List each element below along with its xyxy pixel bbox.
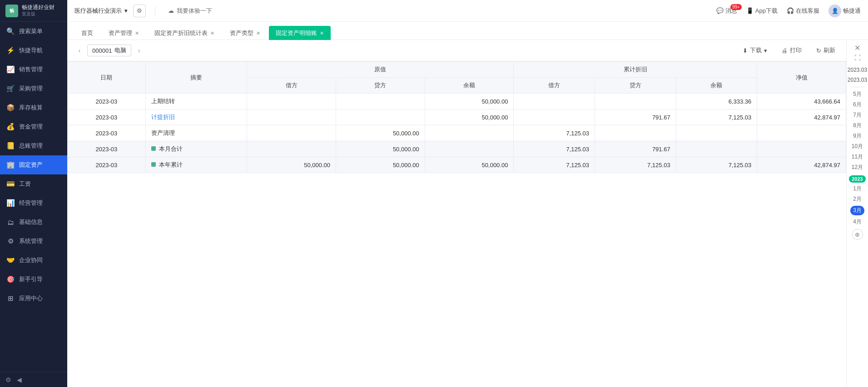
cell-acc-debit xyxy=(514,109,595,125)
sidebar-item-salary[interactable]: 💳 工资 xyxy=(0,174,67,194)
sidebar-item-ledger[interactable]: 📒 总账管理 xyxy=(0,136,67,155)
sidebar-item-apps[interactable]: ⊞ 应用中心 xyxy=(0,289,67,308)
green-dot-icon xyxy=(151,146,156,151)
tab-label: 固定资产明细账 xyxy=(276,29,317,37)
table-row: 2023-03 资产清理 50,000.00 7,125.03 xyxy=(68,125,846,141)
print-button[interactable]: 🖨 打印 xyxy=(778,45,805,56)
page-content: ‹ 000001 电脑 › ⬇ 下载 ▾ 🖨 打印 xyxy=(67,40,846,387)
panel-nav-down[interactable]: ⊕ xyxy=(852,229,863,240)
user-button[interactable]: 👤 畅捷通 xyxy=(828,5,861,17)
panel-close-button[interactable]: ✕ xyxy=(854,44,860,52)
close-icon[interactable]: ✕ xyxy=(210,30,214,36)
cell-acc-credit: 791.67 xyxy=(595,109,676,125)
tab-asset[interactable]: 资产管理 ✕ xyxy=(102,26,146,40)
panel-month-4[interactable]: 4月 xyxy=(853,218,862,226)
close-icon[interactable]: ✕ xyxy=(320,30,324,36)
panel-year-group: 5月 6月 7月 8月 9月 10月 11月 12月 2023 1月 2月 3月… xyxy=(847,89,868,227)
cell-balance: 50,000.00 xyxy=(425,109,514,125)
service-button[interactable]: 🎧 在线客服 xyxy=(787,7,819,15)
print-label: 打印 xyxy=(790,46,802,55)
cell-credit xyxy=(336,94,425,109)
company-selector[interactable]: 医疗器械行业演示 ▾ xyxy=(74,7,128,15)
asset-navigator: ‹ 000001 电脑 › xyxy=(74,45,144,56)
sidebar-item-fixed[interactable]: 🏢 固定资产 xyxy=(0,155,67,174)
cell-acc-balance xyxy=(676,141,757,157)
headset-icon: 🎧 xyxy=(787,7,794,14)
asset-info: 000001 电脑 xyxy=(87,45,131,56)
sidebar-item-sales[interactable]: 📈 销售管理 xyxy=(0,60,67,79)
cell-summary: 本月合计 xyxy=(145,141,247,157)
sidebar-item-search[interactable]: 🔍 搜索菜单 xyxy=(0,22,67,41)
sidebar-item-system[interactable]: ⚙ 系统管理 xyxy=(0,232,67,251)
sidebar-item-label: 总账管理 xyxy=(19,142,43,150)
panel-month-11[interactable]: 11月 xyxy=(852,153,863,161)
panel-month-6[interactable]: 6月 xyxy=(853,101,862,109)
cell-balance xyxy=(425,141,514,157)
panel-month-9[interactable]: 9月 xyxy=(853,132,862,140)
content-area: ‹ 000001 电脑 › ⬇ 下载 ▾ 🖨 打印 xyxy=(67,40,868,387)
refresh-button[interactable]: ↻ 刷新 xyxy=(813,45,839,56)
sidebar-item-operation[interactable]: 📊 经营管理 xyxy=(0,194,67,213)
message-button[interactable]: 💬 消息 99+ xyxy=(716,7,737,15)
cell-net xyxy=(757,125,846,141)
close-icon[interactable]: ✕ xyxy=(256,30,260,36)
panel-expand-button[interactable]: ⛶ xyxy=(854,54,861,61)
cell-balance: 50,000.00 xyxy=(425,94,514,109)
apps-icon: ⊞ xyxy=(5,293,15,303)
topbar: 医疗器械行业演示 ▾ ⚙ ☁ 我要体验一下 💬 消息 99+ 📱 App下载 🎧… xyxy=(67,0,868,22)
app-download-button[interactable]: 📱 App下载 xyxy=(746,7,778,15)
panel-month-2[interactable]: 2月 xyxy=(853,195,862,203)
topbar-settings-button[interactable]: ⚙ xyxy=(133,5,146,17)
tab-assettype[interactable]: 资产类型 ✕ xyxy=(223,26,267,40)
col-summary-header: 摘要 xyxy=(145,62,247,94)
user-name: 畅捷通 xyxy=(843,7,861,15)
sidebar-item-label: 经营管理 xyxy=(19,199,43,207)
app-logo: 畅 畅捷通好业财 普及版 xyxy=(0,0,67,22)
table-row-subtotal: 2023-03 本月合计 50,000.00 7,125.03 791.67 xyxy=(68,141,846,157)
panel-year-label2: 2023.03 xyxy=(848,77,867,83)
sidebar-item-capital[interactable]: 💰 资金管理 xyxy=(0,117,67,136)
prev-asset-button[interactable]: ‹ xyxy=(74,45,84,55)
cell-net: 42,874.97 xyxy=(757,109,846,125)
cart-icon: 🛒 xyxy=(5,84,15,94)
sidebar-item-inventory[interactable]: 📦 库存核算 xyxy=(0,98,67,117)
tab-home[interactable]: 首页 xyxy=(74,26,100,40)
sidebar-item-purchase[interactable]: 🛒 采购管理 xyxy=(0,79,67,98)
sidebar-item-basic[interactable]: 🗂 基础信息 xyxy=(0,213,67,232)
sidebar-item-guide[interactable]: 🎯 新手引导 xyxy=(0,270,67,289)
panel-month-7[interactable]: 7月 xyxy=(853,111,862,119)
gear-icon: ⚙ xyxy=(5,236,15,246)
collapse-button[interactable]: ◀ xyxy=(17,376,22,383)
sidebar-item-label: 系统管理 xyxy=(19,237,43,245)
col-date-header: 日期 xyxy=(68,62,146,94)
summary-link[interactable]: 计提折旧 xyxy=(151,114,175,120)
panel-month-5[interactable]: 5月 xyxy=(853,90,862,98)
experience-button[interactable]: ☁ 我要体验一下 xyxy=(168,7,212,15)
sidebar-item-coop[interactable]: 🤝 企业协同 xyxy=(0,251,67,270)
sidebar-item-quicknav[interactable]: ⚡ 快捷导航 xyxy=(0,41,67,60)
tabs-bar: 首页 资产管理 ✕ 固定资产折旧统计表 ✕ 资产类型 ✕ 固定资产明细账 ✕ xyxy=(67,22,868,40)
cell-acc-debit: 7,125.03 xyxy=(514,125,595,141)
download-button[interactable]: ⬇ 下载 ▾ xyxy=(739,45,771,56)
panel-month-3[interactable]: 3月 xyxy=(850,206,864,215)
panel-year-2023: 2023 xyxy=(849,175,865,183)
panel-month-12[interactable]: 12月 xyxy=(852,164,863,171)
panel-month-1[interactable]: 1月 xyxy=(853,185,862,193)
panel-divider xyxy=(851,87,864,87)
next-asset-button[interactable]: › xyxy=(134,45,144,55)
sidebar-item-label: 库存核算 xyxy=(19,104,43,112)
message-badge: 99+ xyxy=(730,4,742,10)
panel-month-10[interactable]: 10月 xyxy=(852,143,863,150)
summary-text: 本年累计 xyxy=(159,161,183,168)
panel-month-8[interactable]: 8月 xyxy=(853,122,862,129)
tab-depreciation[interactable]: 固定资产折旧统计表 ✕ xyxy=(148,26,221,40)
col-acc-credit-header: 贷方 xyxy=(595,78,676,94)
logo-icon: 畅 xyxy=(5,5,18,17)
cell-acc-credit xyxy=(595,94,676,109)
refresh-icon: ↻ xyxy=(816,47,821,54)
close-icon[interactable]: ✕ xyxy=(135,30,139,36)
cell-balance: 50,000.00 xyxy=(425,157,514,173)
settings-footer-icon[interactable]: ⚙ xyxy=(5,376,11,383)
cell-acc-debit: 7,125.03 xyxy=(514,157,595,173)
tab-detail[interactable]: 固定资产明细账 ✕ xyxy=(269,26,331,40)
